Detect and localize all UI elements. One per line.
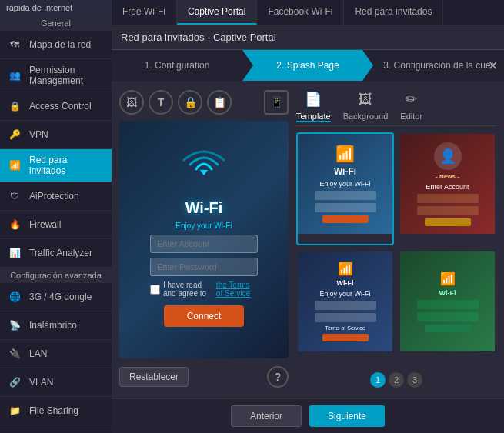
- sidebar-item-access[interactable]: 🔒 Access Control: [0, 92, 112, 121]
- terms-text: I have read and agree to: [163, 281, 213, 298]
- inalambrico-icon: 📡: [6, 317, 23, 334]
- tmpl2-avatar: 👤: [434, 142, 462, 170]
- sidebar-item-label: VPN: [29, 129, 48, 140]
- wifi-svg-icon: [177, 145, 231, 183]
- sidebar-section-general: General: [0, 15, 112, 31]
- sidebar-item-label: AiProtection: [29, 191, 79, 202]
- firewall-icon: 🔥: [6, 216, 23, 233]
- connect-button[interactable]: Connect: [164, 305, 245, 327]
- lan-icon: 🔌: [6, 345, 23, 362]
- dongle-icon: 🌐: [6, 288, 23, 305]
- tmpl1-subtitle: Enjoy your Wi-Fi: [319, 180, 370, 188]
- account-input[interactable]: [150, 235, 258, 253]
- help-button[interactable]: ?: [267, 366, 289, 388]
- terms-row: I have read and agree to the Terms of Se…: [150, 281, 258, 298]
- sidebar-item-firewall[interactable]: 🔥 Firewall: [0, 211, 112, 239]
- tmpl4-input2: [417, 312, 479, 321]
- left-panel: 🖼 T 🔒 📋 📱: [119, 88, 289, 391]
- template-card-1[interactable]: 📶 Wi-Fi Enjoy your Wi-Fi: [296, 132, 394, 245]
- bottom-bar: Restablecer ?: [119, 363, 289, 391]
- step-splash[interactable]: 2. Splash Page: [242, 50, 373, 81]
- sidebar-item-label: Firewall: [29, 219, 61, 230]
- tmpl2-input2: [417, 206, 479, 215]
- preview-frame: Wi-Fi Enjoy your Wi-Fi I have read and a…: [119, 121, 289, 358]
- right-tab-background[interactable]: 🖼 Background: [343, 88, 389, 122]
- restore-button[interactable]: Restablecer: [119, 367, 189, 387]
- page-3[interactable]: 3: [407, 372, 422, 388]
- tab-facebook[interactable]: Facebook Wi-Fi: [257, 0, 344, 25]
- tmpl1-input1: [315, 191, 376, 200]
- tmpl1-wifi-icon: 📶: [335, 145, 355, 163]
- sidebar-item-vlan[interactable]: 🔗 VLAN: [0, 368, 112, 397]
- step-cuerpor[interactable]: 3. Configuración de la cuer: [373, 50, 504, 81]
- phone-preview-icon[interactable]: 📱: [264, 90, 289, 115]
- close-button[interactable]: ✕: [488, 58, 498, 73]
- sidebar-item-label: 3G / 4G dongle: [29, 291, 92, 302]
- sidebar-item-filesharing[interactable]: 📁 File Sharing: [0, 397, 112, 425]
- sidebar-item-dongle[interactable]: 🌐 3G / 4G dongle: [0, 283, 112, 311]
- sidebar-item-red[interactable]: 📶 Red para invitados: [0, 149, 112, 182]
- sidebar-item-lan[interactable]: 🔌 LAN: [0, 340, 112, 368]
- sidebar-item-label: File Sharing: [29, 405, 78, 416]
- top-tabs: Free Wi-Fi Captive Portal Facebook Wi-Fi…: [112, 0, 504, 25]
- password-input[interactable]: [150, 258, 258, 276]
- right-panel: 📄 Template 🖼 Background ✏ Editor 📶: [296, 88, 496, 391]
- template-card-4[interactable]: 📶 Wi-Fi: [399, 250, 496, 363]
- terms-checkbox[interactable]: [150, 285, 160, 295]
- sidebar-item-inalambrico[interactable]: 📡 Inalámbrico: [0, 311, 112, 340]
- sidebar-search-bar[interactable]: rápida de Internet: [0, 0, 112, 15]
- sidebar-section-avanzada: Configuración avanzada: [0, 268, 112, 283]
- sidebar-item-label: Mapa de la red: [29, 39, 91, 50]
- sidebar-item-label: Traffic Analyzer: [29, 248, 92, 258]
- content-area: 🖼 T 🔒 📋 📱: [112, 81, 504, 398]
- steps-bar: 1. Configuration 2. Splash Page 3. Confi…: [112, 50, 504, 81]
- page-2[interactable]: 2: [389, 372, 404, 388]
- tmpl4-btn: [425, 325, 471, 332]
- search-label: rápida de Internet: [6, 3, 72, 12]
- wifi-subtitle: Enjoy your Wi-Fi: [175, 221, 232, 230]
- sidebar-item-vpn[interactable]: 🔑 VPN: [0, 121, 112, 149]
- step-config[interactable]: 1. Configuration: [112, 50, 242, 81]
- template-card-3[interactable]: 📶 Wi-Fi Enjoy your Wi-Fi Terms of Servic…: [296, 250, 394, 363]
- sidebar: rápida de Internet General 🗺 Mapa de la …: [0, 0, 112, 433]
- tab-captive[interactable]: Captive Portal: [177, 0, 257, 25]
- sidebar-item-traffic[interactable]: 📊 Traffic Analyzer: [0, 239, 112, 268]
- tmpl3-title: Wi-Fi: [337, 279, 354, 287]
- copy-icon[interactable]: 📋: [207, 90, 232, 115]
- tmpl1-title: Wi-Fi: [334, 166, 356, 177]
- right-tab-editor[interactable]: ✏ Editor: [400, 88, 422, 122]
- tmpl3-wifi-icon: 📶: [338, 261, 353, 276]
- sidebar-item-wan[interactable]: 🌐 WAN: [0, 425, 112, 433]
- sidebar-item-label: Permission Management: [29, 65, 105, 86]
- tmpl2-title: - News -: [436, 173, 459, 180]
- tmpl4-input1: [417, 300, 479, 309]
- traffic-icon: 📊: [6, 245, 23, 261]
- tmpl1-input2: [315, 203, 376, 212]
- wifi-logo: [173, 133, 235, 195]
- image-icon[interactable]: 🖼: [119, 90, 144, 115]
- template-card-2[interactable]: 👤 - News - Enter Account: [399, 132, 496, 245]
- text-icon[interactable]: T: [149, 90, 173, 115]
- tmpl3-terms: Terms of Service: [325, 325, 365, 331]
- tmpl2-text1: Enter Account: [426, 183, 469, 191]
- red-icon: 📶: [6, 157, 23, 174]
- sidebar-item-permission[interactable]: 👥 Permission Management: [0, 59, 112, 92]
- tab-freewifi[interactable]: Free Wi-Fi: [112, 0, 177, 25]
- next-button[interactable]: Siguiente: [309, 405, 385, 427]
- sidebar-item-label: Red para invitados: [29, 155, 105, 176]
- access-icon: 🔒: [6, 98, 23, 115]
- right-tab-template[interactable]: 📄 Template: [296, 88, 331, 122]
- lock-icon[interactable]: 🔒: [178, 90, 202, 115]
- sidebar-item-aiprotection[interactable]: 🛡 AiProtection: [0, 182, 112, 211]
- sidebar-item-label: Inalámbrico: [29, 320, 77, 331]
- tmpl3-subtitle: Enjoy your Wi-Fi: [319, 290, 370, 298]
- page-1[interactable]: 1: [370, 372, 386, 388]
- tab-red[interactable]: Red para invitados: [344, 0, 443, 25]
- terms-link[interactable]: the Terms of Service: [216, 281, 258, 298]
- main-content: Free Wi-Fi Captive Portal Facebook Wi-Fi…: [112, 0, 504, 433]
- prev-button[interactable]: Anterior: [231, 405, 302, 427]
- permission-icon: 👥: [6, 67, 23, 84]
- editor-icon: ✏: [401, 88, 422, 110]
- sidebar-item-mapa[interactable]: 🗺 Mapa de la red: [0, 31, 112, 59]
- aiprotection-icon: 🛡: [6, 188, 23, 205]
